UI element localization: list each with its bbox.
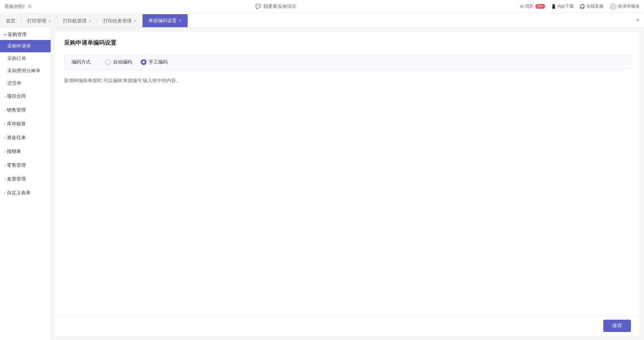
tab-print-task-mgmt-label: 打印任务管理 bbox=[103, 18, 132, 24]
radio-auto-code[interactable]: 自动编码 bbox=[105, 59, 132, 65]
app-download-label: App下载 bbox=[557, 3, 574, 9]
online-service-btn[interactable]: 🎧 在线客服 bbox=[580, 3, 604, 9]
chevron-right-icon-4: › bbox=[4, 136, 5, 140]
sidebar-group-sales-mgmt[interactable]: › 销售管理 bbox=[0, 103, 51, 117]
sidebar-item-purchase-expense-label: 采购费用分摊单 bbox=[7, 68, 40, 73]
online-service-label: 在线客服 bbox=[586, 3, 604, 9]
chevron-right-icon-2: › bbox=[4, 108, 5, 112]
tab-bar-close-btn[interactable]: × bbox=[631, 16, 644, 24]
chevron-right-icon-6: › bbox=[4, 163, 5, 167]
sidebar-group-sales-mgmt-label: 销售管理 bbox=[7, 107, 26, 113]
top-bar-left: 老板勿割! ⚙ bbox=[4, 3, 32, 10]
tab-printer-mgmt[interactable]: 打印机管理 × bbox=[57, 14, 97, 27]
page-title: 采购申请单编码设置 bbox=[64, 39, 631, 47]
demo-text: 我要看实例演示 bbox=[263, 3, 296, 10]
tab-single-code-settings-label: 单据编码设置 bbox=[148, 17, 177, 24]
sidebar-group-capital-label: 资金往来 bbox=[7, 134, 26, 141]
sidebar-group-retail-mgmt-label: 零售管理 bbox=[7, 162, 26, 169]
sidebar-group-custom-form[interactable]: › 自定义表单 bbox=[0, 186, 51, 200]
tab-print-task-mgmt[interactable]: 打印任务管理 × bbox=[97, 14, 143, 27]
tab-print-mgmt-close[interactable]: × bbox=[48, 19, 51, 23]
tab-print-task-mgmt-close[interactable]: × bbox=[134, 19, 136, 23]
main-layout: ▾ 采购管理 采购申请单 采购订单 采购费用分摊单 进货单 › 项目合同 › 销… bbox=[0, 28, 644, 340]
sidebar-item-purchase-request-label: 采购申请单 bbox=[7, 43, 31, 49]
tab-single-code-settings-close[interactable]: × bbox=[179, 19, 181, 23]
tab-print-mgmt[interactable]: 打印管理 × bbox=[21, 14, 57, 27]
tab-home[interactable]: 首页 bbox=[0, 14, 21, 27]
sidebar-group-purchase: ▾ 采购管理 采购申请单 采购订单 采购费用分摊单 进货单 bbox=[0, 28, 51, 89]
demo-link[interactable]: 💬 我要看实例演示 bbox=[255, 3, 296, 10]
sidebar-group-inventory-label: 库存核算 bbox=[7, 121, 26, 127]
content-area: 采购申请单编码设置 编码方式 自动编码 手工编码 新增和编辑单据时,可以编辑'单… bbox=[51, 28, 644, 340]
sidebar-item-purchase-request[interactable]: 采购申请单 bbox=[0, 40, 51, 52]
chevron-right-icon-7: › bbox=[4, 177, 5, 181]
sidebar-group-retail-mgmt[interactable]: › 零售管理 bbox=[0, 158, 51, 172]
encode-method-label: 编码方式 bbox=[72, 59, 91, 65]
top-bar-right: ✉ 消息 99+ 📱 App下载 🎧 在线客服 徐泽华修改 bbox=[520, 3, 640, 10]
phone-icon: 📱 bbox=[551, 4, 556, 9]
brand-text: 老板勿割! bbox=[4, 3, 25, 10]
message-icon: ✉ bbox=[520, 4, 524, 9]
sidebar-group-return-sales-label: 报销单 bbox=[7, 148, 21, 155]
bottom-bar: 保存 bbox=[55, 315, 640, 336]
avatar bbox=[609, 3, 617, 10]
message-btn[interactable]: ✉ 消息 99+ bbox=[520, 3, 545, 9]
tab-bar: 首页 打印管理 × 打印机管理 × 打印任务管理 × 单据编码设置 × × bbox=[0, 13, 644, 28]
tab-home-label: 首页 bbox=[6, 18, 15, 24]
app-download-btn[interactable]: 📱 App下载 bbox=[551, 3, 574, 9]
headset-icon: 🎧 bbox=[580, 4, 585, 9]
radio-auto-code-label: 自动编码 bbox=[113, 59, 132, 65]
sidebar-item-purchase-order[interactable]: 采购订单 bbox=[0, 52, 51, 65]
sidebar-group-project-contract[interactable]: › 项目合同 bbox=[0, 89, 51, 103]
sidebar-group-purchase-title[interactable]: ▾ 采购管理 bbox=[0, 28, 51, 40]
sidebar-item-purchase-order-label: 采购订单 bbox=[7, 56, 26, 61]
tab-printer-mgmt-close[interactable]: × bbox=[89, 19, 91, 23]
user-profile[interactable]: 徐泽华修改 bbox=[609, 3, 640, 10]
sidebar-item-stock-in[interactable]: 进货单 bbox=[0, 77, 51, 89]
content-inner: 采购申请单编码设置 编码方式 自动编码 手工编码 新增和编辑单据时,可以编辑'单… bbox=[55, 32, 640, 315]
sidebar-group-return-sales[interactable]: › 报销单 bbox=[0, 145, 51, 158]
encode-section: 编码方式 自动编码 手工编码 bbox=[64, 54, 631, 70]
settings-icon[interactable]: ⚙ bbox=[28, 4, 32, 9]
sidebar-item-stock-in-label: 进货单 bbox=[7, 80, 21, 86]
sidebar: ▾ 采购管理 采购申请单 采购订单 采购费用分摊单 进货单 › 项目合同 › 销… bbox=[0, 28, 51, 340]
chevron-down-icon: ▾ bbox=[4, 33, 6, 37]
user-name: 徐泽华修改 bbox=[618, 3, 640, 9]
chevron-right-icon-5: › bbox=[4, 150, 5, 154]
demo-icon: 💬 bbox=[255, 4, 261, 9]
description-text: 新增和编辑单据时,可以编辑'单据编号'输入框中的内容。 bbox=[64, 77, 631, 84]
chevron-right-icon-8: › bbox=[4, 191, 5, 195]
sidebar-group-custom-form-label: 自定义表单 bbox=[7, 190, 31, 196]
tab-single-code-settings[interactable]: 单据编码设置 × bbox=[143, 14, 188, 27]
top-bar: 老板勿割! ⚙ 💬 我要看实例演示 ✉ 消息 99+ 📱 App下载 🎧 在线客… bbox=[0, 0, 644, 13]
sidebar-group-capital[interactable]: › 资金往来 bbox=[0, 131, 51, 145]
sidebar-group-invoice-mgmt[interactable]: › 发票管理 bbox=[0, 172, 51, 186]
sidebar-group-invoice-mgmt-label: 发票管理 bbox=[7, 176, 26, 182]
sidebar-group-purchase-label: 采购管理 bbox=[8, 31, 27, 38]
radio-group: 自动编码 手工编码 bbox=[105, 59, 168, 65]
tab-printer-mgmt-label: 打印机管理 bbox=[63, 18, 87, 24]
radio-manual-code-label: 手工编码 bbox=[149, 59, 168, 65]
message-badge: 99+ bbox=[535, 4, 545, 9]
radio-manual-code-circle bbox=[141, 59, 147, 65]
chevron-right-icon-3: › bbox=[4, 122, 5, 126]
radio-auto-code-circle bbox=[105, 59, 111, 65]
save-button[interactable]: 保存 bbox=[603, 320, 631, 332]
radio-manual-code[interactable]: 手工编码 bbox=[141, 59, 168, 65]
sidebar-item-purchase-expense[interactable]: 采购费用分摊单 bbox=[0, 65, 51, 77]
message-label: 消息 bbox=[525, 3, 533, 9]
tab-print-mgmt-label: 打印管理 bbox=[27, 18, 46, 24]
sidebar-group-project-contract-label: 项目合同 bbox=[7, 93, 26, 100]
chevron-right-icon: › bbox=[4, 94, 5, 98]
sidebar-group-inventory[interactable]: › 库存核算 bbox=[0, 117, 51, 131]
